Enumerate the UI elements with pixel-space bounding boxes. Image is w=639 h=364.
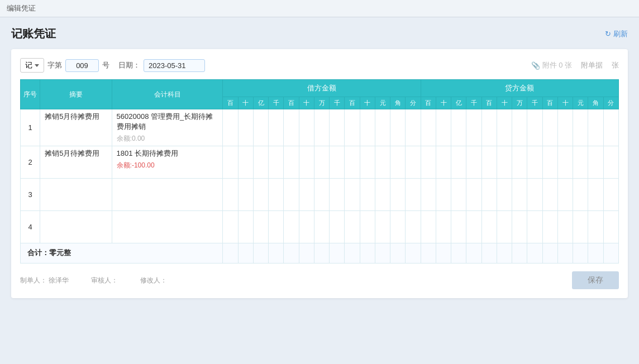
credit-amount-cell[interactable] bbox=[588, 146, 603, 179]
credit-amount-cell[interactable] bbox=[557, 211, 573, 243]
credit-amount-cell[interactable] bbox=[451, 146, 466, 179]
debit-amount-cell[interactable] bbox=[223, 179, 238, 211]
debit-amount-cell[interactable] bbox=[314, 179, 329, 211]
credit-amount-cell[interactable] bbox=[542, 179, 557, 211]
debit-amount-cell[interactable] bbox=[375, 146, 390, 179]
debit-amount-cell[interactable] bbox=[299, 211, 314, 243]
credit-amount-cell[interactable] bbox=[527, 109, 542, 146]
credit-amount-cell[interactable] bbox=[588, 211, 603, 243]
debit-amount-cell[interactable] bbox=[330, 146, 345, 179]
save-button[interactable]: 保存 bbox=[572, 271, 619, 289]
credit-amount-cell[interactable] bbox=[557, 179, 573, 211]
credit-amount-cell[interactable] bbox=[497, 146, 512, 179]
debit-amount-cell[interactable] bbox=[253, 109, 268, 146]
credit-amount-cell[interactable] bbox=[481, 109, 497, 146]
debit-amount-cell[interactable] bbox=[223, 211, 238, 243]
summary-cell[interactable] bbox=[40, 179, 112, 211]
credit-amount-cell[interactable] bbox=[466, 109, 481, 146]
summary-cell[interactable] bbox=[40, 211, 112, 243]
debit-amount-cell[interactable] bbox=[299, 179, 314, 211]
credit-amount-cell[interactable] bbox=[573, 146, 588, 179]
debit-amount-cell[interactable] bbox=[345, 109, 360, 146]
credit-amount-cell[interactable] bbox=[481, 179, 497, 211]
credit-amount-cell[interactable] bbox=[527, 179, 542, 211]
credit-amount-cell[interactable] bbox=[497, 109, 512, 146]
credit-amount-cell[interactable] bbox=[603, 109, 618, 146]
credit-amount-cell[interactable] bbox=[436, 179, 451, 211]
debit-amount-cell[interactable] bbox=[269, 109, 284, 146]
account-cell[interactable] bbox=[112, 179, 223, 211]
debit-amount-cell[interactable] bbox=[284, 211, 299, 243]
debit-amount-cell[interactable] bbox=[299, 109, 314, 146]
debit-amount-cell[interactable] bbox=[406, 179, 421, 211]
debit-amount-cell[interactable] bbox=[269, 211, 284, 243]
credit-amount-cell[interactable] bbox=[421, 109, 436, 146]
debit-amount-cell[interactable] bbox=[269, 146, 284, 179]
debit-amount-cell[interactable] bbox=[238, 109, 253, 146]
debit-amount-cell[interactable] bbox=[406, 211, 421, 243]
credit-amount-cell[interactable] bbox=[542, 109, 557, 146]
account-cell[interactable]: 56020008 管理费用_长期待摊费用摊销余额:0.00 bbox=[112, 109, 223, 146]
debit-amount-cell[interactable] bbox=[345, 211, 360, 243]
debit-amount-cell[interactable] bbox=[330, 109, 345, 146]
debit-amount-cell[interactable] bbox=[253, 179, 268, 211]
debit-amount-cell[interactable] bbox=[253, 146, 268, 179]
type-dropdown[interactable]: 记 bbox=[20, 58, 44, 73]
credit-amount-cell[interactable] bbox=[436, 146, 451, 179]
debit-amount-cell[interactable] bbox=[345, 179, 360, 211]
credit-amount-cell[interactable] bbox=[481, 146, 497, 179]
summary-cell[interactable]: 摊销5月待摊费用 bbox=[40, 109, 112, 146]
debit-amount-cell[interactable] bbox=[360, 179, 375, 211]
credit-amount-cell[interactable] bbox=[451, 179, 466, 211]
debit-amount-cell[interactable] bbox=[360, 146, 375, 179]
credit-amount-cell[interactable] bbox=[588, 179, 603, 211]
credit-amount-cell[interactable] bbox=[481, 211, 497, 243]
credit-amount-cell[interactable] bbox=[512, 109, 527, 146]
debit-amount-cell[interactable] bbox=[238, 146, 253, 179]
credit-amount-cell[interactable] bbox=[421, 179, 436, 211]
debit-amount-cell[interactable] bbox=[284, 109, 299, 146]
account-cell[interactable] bbox=[112, 211, 223, 243]
debit-amount-cell[interactable] bbox=[360, 109, 375, 146]
debit-amount-cell[interactable] bbox=[314, 146, 329, 179]
debit-amount-cell[interactable] bbox=[406, 109, 421, 146]
debit-amount-cell[interactable] bbox=[390, 146, 406, 179]
date-input[interactable] bbox=[144, 59, 205, 72]
credit-amount-cell[interactable] bbox=[603, 211, 618, 243]
credit-amount-cell[interactable] bbox=[603, 146, 618, 179]
debit-amount-cell[interactable] bbox=[390, 211, 406, 243]
debit-amount-cell[interactable] bbox=[330, 211, 345, 243]
debit-amount-cell[interactable] bbox=[284, 179, 299, 211]
credit-amount-cell[interactable] bbox=[497, 211, 512, 243]
credit-amount-cell[interactable] bbox=[436, 109, 451, 146]
debit-amount-cell[interactable] bbox=[223, 109, 238, 146]
debit-amount-cell[interactable] bbox=[406, 146, 421, 179]
debit-amount-cell[interactable] bbox=[345, 146, 360, 179]
credit-amount-cell[interactable] bbox=[451, 109, 466, 146]
debit-amount-cell[interactable] bbox=[390, 179, 406, 211]
debit-amount-cell[interactable] bbox=[299, 146, 314, 179]
credit-amount-cell[interactable] bbox=[512, 179, 527, 211]
credit-amount-cell[interactable] bbox=[573, 109, 588, 146]
credit-amount-cell[interactable] bbox=[466, 211, 481, 243]
credit-amount-cell[interactable] bbox=[603, 179, 618, 211]
debit-amount-cell[interactable] bbox=[330, 179, 345, 211]
credit-amount-cell[interactable] bbox=[557, 146, 573, 179]
debit-amount-cell[interactable] bbox=[314, 109, 329, 146]
account-cell[interactable]: 1801 长期待摊费用余额:-100.00 bbox=[112, 146, 223, 179]
debit-amount-cell[interactable] bbox=[375, 179, 390, 211]
debit-amount-cell[interactable] bbox=[360, 211, 375, 243]
debit-amount-cell[interactable] bbox=[223, 146, 238, 179]
credit-amount-cell[interactable] bbox=[421, 146, 436, 179]
debit-amount-cell[interactable] bbox=[314, 211, 329, 243]
credit-amount-cell[interactable] bbox=[512, 146, 527, 179]
credit-amount-cell[interactable] bbox=[451, 211, 466, 243]
credit-amount-cell[interactable] bbox=[542, 211, 557, 243]
credit-amount-cell[interactable] bbox=[573, 179, 588, 211]
credit-amount-cell[interactable] bbox=[436, 211, 451, 243]
credit-amount-cell[interactable] bbox=[542, 146, 557, 179]
debit-amount-cell[interactable] bbox=[375, 109, 390, 146]
debit-amount-cell[interactable] bbox=[390, 109, 406, 146]
credit-amount-cell[interactable] bbox=[527, 211, 542, 243]
credit-amount-cell[interactable] bbox=[557, 109, 573, 146]
